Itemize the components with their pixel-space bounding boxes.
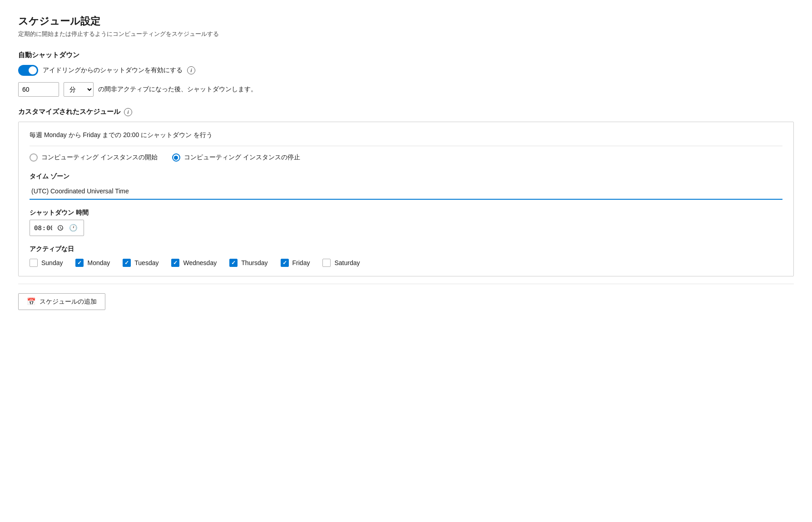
day-option-tuesday[interactable]: Tuesday <box>123 259 158 267</box>
schedule-summary: 毎週 Monday から Friday までの 20:00 にシャットダウン を… <box>30 131 782 146</box>
shutdown-time-label: シャットダウン 時間 <box>30 209 782 217</box>
day-option-monday[interactable]: Monday <box>75 259 110 267</box>
radio-start-option[interactable]: コンピューティング インスタンスの開始 <box>30 153 158 162</box>
radio-start-circle <box>30 153 38 162</box>
day-checkbox-saturday <box>322 259 331 267</box>
day-label-thursday: Thursday <box>241 259 267 266</box>
auto-shutdown-section: 自動シャットダウン アイドリングからのシャットダウンを有効にする i 分 時間 … <box>18 51 794 97</box>
shutdown-time-input[interactable] <box>34 223 65 233</box>
day-option-friday[interactable]: Friday <box>281 259 310 267</box>
add-schedule-label: スケジュールの追加 <box>40 298 97 306</box>
action-radio-row: コンピューティング インスタンスの開始 コンピューティング インスタンスの停止 <box>30 153 782 162</box>
day-label-friday: Friday <box>292 259 310 266</box>
radio-stop-circle <box>172 153 180 162</box>
idle-shutdown-info-icon[interactable]: i <box>187 66 195 74</box>
day-option-thursday[interactable]: Thursday <box>229 259 267 267</box>
inactive-minutes-input[interactable] <box>18 82 59 97</box>
day-label-wednesday: Wednesday <box>183 259 217 266</box>
radio-stop-option[interactable]: コンピューティング インスタンスの停止 <box>172 153 300 162</box>
day-option-sunday[interactable]: Sunday <box>30 259 63 267</box>
days-row: SundayMondayTuesdayWednesdayThursdayFrid… <box>30 259 782 267</box>
calendar-icon: 📅 <box>27 297 36 306</box>
timezone-section: タイム ゾーン (UTC) Coordinated Universal Time… <box>30 172 782 200</box>
day-label-tuesday: Tuesday <box>134 259 158 266</box>
day-option-wednesday[interactable]: Wednesday <box>171 259 217 267</box>
timezone-label: タイム ゾーン <box>30 172 782 181</box>
radio-stop-label: コンピューティング インスタンスの停止 <box>184 153 300 162</box>
divider <box>18 284 794 284</box>
add-schedule-button[interactable]: 📅 スケジュールの追加 <box>18 293 105 310</box>
day-label-sunday: Sunday <box>41 259 63 266</box>
custom-schedule-section: カスタマイズされたスケジュール i 毎週 Monday から Friday まで… <box>18 108 794 310</box>
custom-schedule-label: カスタマイズされたスケジュール <box>18 108 120 116</box>
day-checkbox-tuesday <box>123 259 131 267</box>
day-checkbox-friday <box>281 259 289 267</box>
day-checkbox-sunday <box>30 259 38 267</box>
day-label-saturday: Saturday <box>334 259 360 266</box>
active-days-section: アクティブな日 SundayMondayTuesdayWednesdayThur… <box>30 245 782 267</box>
inactive-suffix-text: の間非アクティブになった後、シャットダウンします。 <box>98 85 257 94</box>
page-title: スケジュール設定 <box>18 15 794 28</box>
day-label-monday: Monday <box>87 259 110 266</box>
day-checkbox-thursday <box>229 259 238 267</box>
day-checkbox-wednesday <box>171 259 179 267</box>
custom-schedule-info-icon[interactable]: i <box>124 108 132 116</box>
timezone-select[interactable]: (UTC) Coordinated Universal Time (UTC+09… <box>30 183 782 200</box>
idle-shutdown-toggle[interactable] <box>18 65 38 76</box>
day-checkbox-monday <box>75 259 84 267</box>
active-days-label: アクティブな日 <box>30 245 782 253</box>
idle-shutdown-label: アイドリングからのシャットダウンを有効にする <box>43 66 183 74</box>
inactive-unit-select[interactable]: 分 時間 <box>64 82 94 97</box>
radio-start-label: コンピューティング インスタンスの開始 <box>41 153 158 162</box>
shutdown-time-section: シャットダウン 時間 🕐 <box>30 209 782 236</box>
shutdown-time-input-wrapper: 🕐 <box>30 220 84 236</box>
auto-shutdown-label: 自動シャットダウン <box>18 51 794 59</box>
day-option-saturday[interactable]: Saturday <box>322 259 360 267</box>
page-subtitle: 定期的に開始または停止するようにコンピューティングをスケジュールする <box>18 30 794 38</box>
schedule-card: 毎週 Monday から Friday までの 20:00 にシャットダウン を… <box>18 122 794 276</box>
clock-icon: 🕐 <box>69 224 78 232</box>
